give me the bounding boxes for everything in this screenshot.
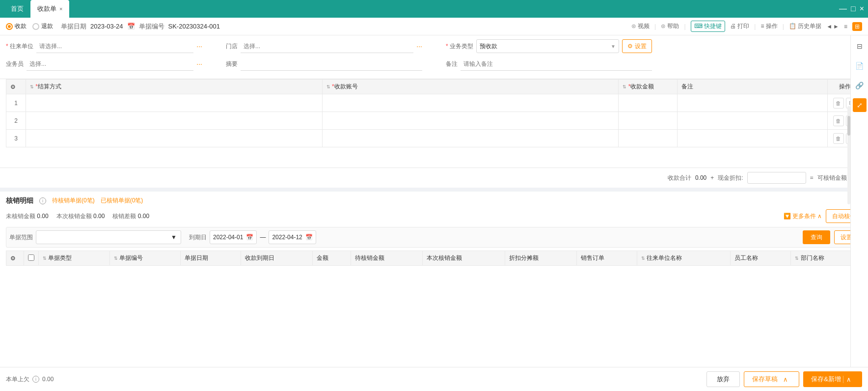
partner-more-btn[interactable]: ··· — [196, 42, 202, 50]
row-3-amount[interactable] — [619, 130, 678, 147]
row-1-num: 1 — [6, 94, 26, 112]
main-table: ⚙ ⇅ *结算方式 ⇅ *收款账号 ⇅ *收款金额 — [6, 79, 862, 147]
pending-tab-link[interactable]: 待核销单据(0笔) — [52, 196, 95, 205]
row-2-amount[interactable] — [619, 112, 678, 130]
staff-input[interactable] — [27, 57, 193, 71]
bottom-col-amount-header: 金额 — [313, 251, 351, 266]
tab-receipt[interactable]: 收款单 × — [30, 0, 69, 18]
bottom-footer: 本单上欠 i 0.00 放弃 保存草稿 ∧ 保存&新增 ∧ — [0, 367, 868, 391]
row-3-account[interactable] — [322, 130, 619, 147]
history-action[interactable]: 📋 历史单据 — [789, 22, 821, 30]
calendar-icon[interactable]: 📅 — [127, 23, 135, 30]
prev-arrow[interactable]: ◄ — [826, 23, 832, 30]
sidebar-link-icon[interactable]: 🔗 — [853, 79, 867, 92]
row-2-settle[interactable] — [26, 112, 323, 130]
row-1-account[interactable] — [322, 94, 619, 112]
form-settings-btn[interactable]: ⚙ 设置 — [622, 39, 652, 53]
row-2-remarks[interactable] — [678, 112, 828, 130]
list-view-icon[interactable]: ≡ — [844, 23, 847, 30]
date-range-field: 到期日 2022-04-01 📅 — 2022-04-12 📅 — [189, 230, 316, 244]
plus-label: + — [710, 174, 714, 181]
store-more-btn[interactable]: ··· — [416, 42, 422, 50]
date-from-input[interactable]: 2022-04-01 📅 — [210, 230, 257, 244]
bottom-table: ⚙ ⇅ 单据类型 ⇅ 单据编号 单据日期 — [6, 251, 862, 266]
save-draft-btn[interactable]: 保存草稿 ∧ — [744, 371, 799, 387]
bottom-col-gear-header[interactable]: ⚙ — [6, 251, 24, 266]
form-row-2: 业务员 ··· 摘要 备注 — [6, 57, 862, 71]
print-action[interactable]: 🖨 打印 — [730, 22, 749, 30]
biz-type-select[interactable]: 预收款 ▼ — [476, 39, 619, 53]
summary-input[interactable] — [241, 57, 422, 71]
maximize-icon[interactable]: □ — [851, 4, 856, 13]
info-circle-icon[interactable]: i — [32, 376, 39, 383]
row-1-amount[interactable] — [619, 94, 678, 112]
partner-input[interactable] — [36, 39, 193, 53]
doc-range-field: 单据范围 ▼ — [9, 230, 181, 244]
scroll-bar[interactable] — [847, 106, 850, 204]
biz-type-field: * 业务类型 预收款 ▼ ⚙ 设置 — [446, 39, 652, 53]
summary-row: 收款合计 0.00 + 现金折扣: = 可核销金额 0.00 — [0, 168, 868, 188]
minimize-icon[interactable]: — — [839, 4, 847, 13]
save-draft-arrow-icon[interactable]: ∧ — [780, 376, 791, 383]
more-filter-btn[interactable]: 🔽 更多条件 ∧ — [784, 212, 822, 221]
col-remarks-header: 备注 — [678, 80, 828, 94]
window-controls: — □ × — [839, 4, 864, 13]
radio-receipt[interactable]: 收款 — [6, 22, 27, 30]
save-new-arrow-icon[interactable]: ∧ — [843, 376, 854, 383]
done-tab-link[interactable]: 已核销单据(0笔) — [101, 196, 143, 205]
reconcile-info-icon[interactable]: i — [39, 197, 46, 204]
row-1-remarks[interactable] — [678, 94, 828, 112]
video-action[interactable]: ⊙ 视频 — [631, 22, 650, 30]
query-btn[interactable]: 查询 — [803, 230, 830, 244]
discard-btn[interactable]: 放弃 — [706, 371, 740, 387]
row-1-delete-btn[interactable]: 🗑 — [833, 98, 844, 109]
save-new-btn[interactable]: 保存&新增 ∧ — [803, 371, 862, 387]
date-from-calendar-icon[interactable]: 📅 — [246, 234, 253, 241]
row-2-account[interactable] — [322, 112, 619, 130]
total-label: 收款合计 — [668, 174, 691, 182]
doc-range-select[interactable]: ▼ — [36, 230, 181, 244]
sidebar-table-icon[interactable]: ⊟ — [853, 39, 867, 53]
partner-label: * 往来单位 — [6, 42, 33, 51]
radio-refund-label: 退款 — [41, 22, 53, 30]
uncancelled-value: 0.00 — [37, 213, 48, 220]
table-row: 2 🗑 ⊞ — [6, 112, 862, 130]
bottom-col-partner-header: ⇅ 往来单位名称 — [637, 251, 731, 266]
grid-view-icon[interactable]: ⊞ — [852, 22, 862, 31]
radio-refund[interactable]: 退款 — [32, 22, 53, 30]
shortcut-action[interactable]: ⌨ 快捷键 — [691, 21, 725, 32]
store-input[interactable] — [241, 39, 413, 53]
row-3-delete-btn[interactable]: 🗑 — [833, 133, 844, 144]
bottom-col-docnum-header: ⇅ 单据编号 — [109, 251, 181, 266]
scroll-thumb[interactable] — [847, 116, 850, 136]
select-all-checkbox[interactable] — [28, 254, 34, 261]
tab-close-icon[interactable]: × — [59, 6, 62, 12]
date-to-input[interactable]: 2022-04-12 📅 — [269, 230, 316, 244]
remarks-field: 备注 — [446, 57, 652, 71]
doc-num-label: 单据编号 — [139, 22, 164, 31]
next-arrow[interactable]: ► — [833, 23, 839, 30]
col-gear-header[interactable]: ⚙ — [6, 80, 26, 94]
equals-label: = — [810, 174, 814, 181]
row-3-settle[interactable] — [26, 130, 323, 147]
operation-action[interactable]: ≡ 操作 — [760, 22, 777, 30]
discount-input[interactable] — [747, 172, 806, 184]
col-settle-header: ⇅ *结算方式 — [26, 80, 323, 94]
staff-more-btn[interactable]: ··· — [196, 60, 202, 68]
remarks-input[interactable] — [461, 57, 652, 71]
save-draft-label: 保存草稿 — [752, 375, 778, 384]
total-value: 0.00 — [695, 174, 706, 181]
bottom-col-staff-header: 员工名称 — [731, 251, 791, 266]
row-2-delete-btn[interactable]: 🗑 — [833, 115, 844, 126]
close-window-icon[interactable]: × — [860, 4, 864, 13]
row-1-settle[interactable] — [26, 94, 323, 112]
sidebar-doc-icon[interactable]: 📄 — [853, 59, 867, 73]
tab-home[interactable]: 首页 — [4, 0, 30, 18]
bottom-col-check-header[interactable] — [24, 251, 39, 266]
date-to-calendar-icon[interactable]: 📅 — [305, 234, 313, 241]
help-action[interactable]: ⊙ 帮助 — [661, 22, 679, 30]
nav-arrows: ◄ ► — [826, 23, 839, 30]
sidebar-fullscreen-icon[interactable]: ⤢ — [853, 98, 867, 112]
row-3-remarks[interactable] — [678, 130, 828, 147]
reconcile-stats: 未核销金额 0.00 本次核销金额 0.00 核销差额 0.00 🔽 更多条件 … — [6, 209, 862, 223]
